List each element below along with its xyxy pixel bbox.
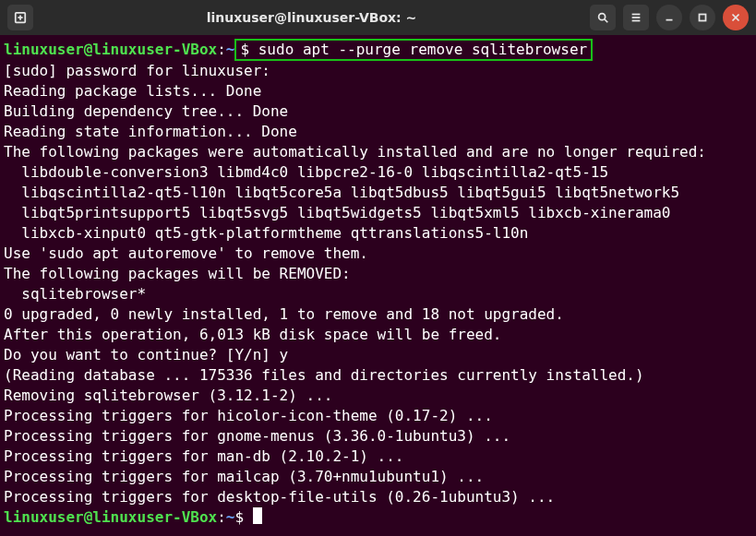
svg-point-3 — [599, 14, 606, 20]
prompt-line-current: linuxuser@linuxuser-VBox:~$ — [4, 507, 752, 528]
output-line: sqlitebrowser* — [4, 284, 752, 304]
output-line: libdouble-conversion3 libmd4c0 libpcre2-… — [4, 162, 752, 183]
svg-line-4 — [605, 19, 608, 23]
output-line: Use 'sudo apt autoremove' to remove them… — [4, 244, 752, 264]
prompt-userhost: linuxuser@linuxuser-VBox — [4, 508, 217, 526]
output-line: [sudo] password for linuxuser: — [4, 61, 752, 81]
prompt-userhost: linuxuser@linuxuser-VBox — [4, 41, 217, 58]
terminal-viewport[interactable]: linuxuser@linuxuser-VBox:~$ sudo apt --p… — [0, 35, 756, 536]
output-line: Do you want to continue? [Y/n] y — [4, 345, 752, 365]
output-line: Processing triggers for desktop-file-uti… — [4, 487, 752, 507]
output-line: Processing triggers for hicolor-icon-the… — [4, 406, 752, 426]
output-line: The following packages were automaticall… — [4, 142, 752, 162]
prompt-line: linuxuser@linuxuser-VBox:~$ sudo apt --p… — [4, 39, 752, 61]
output-line: (Reading database ... 175336 files and d… — [4, 365, 752, 386]
prompt-separator: : — [217, 41, 226, 58]
output-line: The following packages will be REMOVED: — [4, 264, 752, 284]
window-title: linuxuser@linuxuser-VBox: ~ — [41, 10, 582, 25]
prompt-symbol: $ — [234, 508, 244, 526]
svg-rect-9 — [700, 15, 706, 21]
output-line: Reading state information... Done — [4, 122, 752, 142]
search-button[interactable] — [590, 5, 616, 30]
output-line: libqscintilla2-qt5-l10n libqt5core5a lib… — [4, 183, 752, 203]
close-button[interactable] — [723, 5, 749, 30]
window-titlebar: linuxuser@linuxuser-VBox: ~ — [0, 0, 756, 35]
output-line: After this operation, 6,013 kB disk spac… — [4, 325, 752, 345]
output-line: Removing sqlitebrowser (3.12.1-2) ... — [4, 386, 752, 406]
output-line: libxcb-xinput0 qt5-gtk-platformtheme qtt… — [4, 223, 752, 244]
new-tab-button[interactable] — [7, 5, 33, 30]
prompt-separator: : — [217, 508, 226, 526]
entered-command-highlight: $ sudo apt --purge remove sqlitebrowser — [234, 39, 593, 61]
prompt-path: ~ — [226, 41, 235, 58]
minimize-button[interactable] — [656, 5, 682, 30]
output-line: Processing triggers for man-db (2.10.2-1… — [4, 447, 752, 467]
output-line: Reading package lists... Done — [4, 81, 752, 101]
output-line: Processing triggers for mailcap (3.70+nm… — [4, 467, 752, 487]
output-line: libqt5printsupport5 libqt5svg5 libqt5wid… — [4, 203, 752, 223]
output-line: Processing triggers for gnome-menus (3.3… — [4, 426, 752, 447]
cursor — [253, 507, 262, 524]
output-line: Building dependency tree... Done — [4, 101, 752, 122]
output-line: 0 upgraded, 0 newly installed, 1 to remo… — [4, 304, 752, 325]
menu-button[interactable] — [623, 5, 649, 30]
maximize-button[interactable] — [690, 5, 715, 30]
